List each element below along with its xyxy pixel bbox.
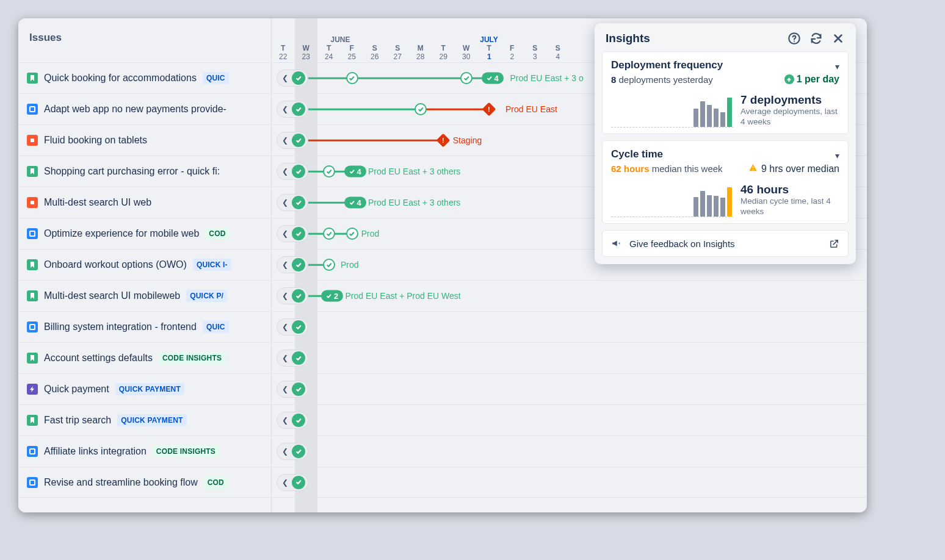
chevron-down-icon[interactable]: ▾: [835, 148, 839, 160]
deploy-count-lozenge[interactable]: 4: [344, 197, 366, 209]
epic-lozenge[interactable]: COD: [205, 228, 229, 240]
scroll-left-pill[interactable]: ❮: [277, 350, 308, 367]
warning-icon: [748, 163, 758, 174]
chart-bar: [714, 196, 719, 217]
issue-row[interactable]: Adapt web app no new payments provide-: [18, 93, 271, 124]
deploy-count-lozenge[interactable]: 4: [482, 73, 504, 84]
scroll-left-pill[interactable]: ❮: [277, 412, 308, 429]
feedback-link[interactable]: Give feedback on Insights: [602, 230, 849, 257]
epic-lozenge[interactable]: QUICK PAYMENT: [115, 383, 184, 395]
epic-lozenge[interactable]: CODE INSIGHTS: [159, 352, 225, 364]
chart-bar: [693, 109, 698, 127]
cycle-time-card[interactable]: Cycle time ▾ 62 hours median this week 9…: [602, 140, 849, 224]
issue-title: Adapt web app no new payments provide-: [44, 104, 226, 115]
issue-type-icon: [27, 135, 38, 146]
chevron-left-icon: ❮: [282, 354, 288, 362]
chevron-down-icon[interactable]: ▾: [835, 59, 839, 71]
refresh-icon[interactable]: [809, 32, 823, 45]
close-icon[interactable]: [831, 32, 845, 45]
deployment-frequency-card[interactable]: Deployment frequency ▾ 8 deployments yes…: [602, 51, 849, 134]
epic-lozenge[interactable]: COD: [204, 476, 228, 489]
scroll-left-pill[interactable]: ❮: [277, 163, 308, 180]
issue-type-icon: [27, 415, 38, 426]
scroll-left-pill[interactable]: ❮: [277, 318, 308, 336]
scroll-left-pill[interactable]: ❮: [277, 132, 308, 149]
scroll-left-pill[interactable]: ❮: [277, 70, 308, 87]
timeline-row: ❮: [272, 342, 867, 373]
issue-row[interactable]: Fluid booking on tablets: [18, 124, 271, 156]
scroll-left-pill[interactable]: ❮: [277, 256, 308, 273]
issue-row[interactable]: Revise and streamline booking flow COD: [18, 467, 271, 498]
issue-row[interactable]: Onboard workout options (OWO) QUICK I-: [18, 249, 271, 280]
epic-lozenge[interactable]: CODE INSIGHTS: [153, 445, 219, 458]
epic-lozenge[interactable]: QUIC: [203, 72, 229, 84]
epic-lozenge[interactable]: QUICK P/: [186, 290, 227, 302]
scroll-left-pill[interactable]: ❮: [277, 225, 308, 242]
deploy-marker[interactable]: [415, 103, 427, 115]
issue-row[interactable]: Optimize experience for mobile web COD: [18, 218, 271, 249]
deploy-success-icon: [292, 102, 305, 116]
day-cell[interactable]: S27: [386, 44, 410, 61]
day-cell[interactable]: S4: [546, 44, 570, 61]
deploy-marker[interactable]: [323, 228, 335, 240]
day-cell[interactable]: S3: [524, 44, 547, 61]
issue-type-icon: [27, 321, 38, 332]
deploy-marker[interactable]: [323, 165, 335, 178]
issue-row[interactable]: Account settings defaults CODE INSIGHTS: [18, 342, 271, 373]
day-cell[interactable]: M28: [409, 44, 432, 61]
issue-row[interactable]: Fast trip search QUICK PAYMENT: [18, 404, 271, 436]
day-cell[interactable]: F2: [501, 44, 524, 61]
epic-lozenge[interactable]: QUIC: [203, 321, 229, 333]
scroll-left-pill[interactable]: ❮: [277, 194, 308, 211]
deploy-fail-marker[interactable]: [482, 102, 496, 117]
timeline-segment: [420, 109, 489, 110]
issue-row[interactable]: Affiliate links integration CODE INSIGHT…: [18, 436, 271, 467]
environment-label: Prod: [341, 260, 359, 270]
deploy-fail-marker[interactable]: [436, 134, 450, 148]
day-cell[interactable]: T1: [478, 44, 501, 61]
timeline-row: ❮: [272, 467, 867, 498]
deploy-count-lozenge[interactable]: 2: [321, 290, 343, 302]
insights-panel: Insights Deployment frequency ▾: [595, 23, 856, 264]
issue-row[interactable]: Quick booking for accommodations QUIC: [18, 62, 271, 93]
deploy-count-lozenge[interactable]: 4: [344, 166, 366, 178]
scroll-left-pill[interactable]: ❮: [277, 443, 308, 460]
timeline-row: ❮: [272, 404, 867, 436]
external-link-icon: [829, 239, 839, 249]
cycle-mini-chart: [611, 183, 733, 217]
scroll-left-pill[interactable]: ❮: [277, 381, 308, 398]
scroll-left-pill[interactable]: ❮: [277, 101, 308, 118]
svg-rect-9: [753, 167, 753, 169]
day-cell[interactable]: F25: [341, 44, 364, 61]
day-cell[interactable]: T22: [272, 44, 295, 61]
day-cell[interactable]: S26: [363, 44, 386, 61]
svg-rect-0: [30, 107, 35, 112]
deploy-marker[interactable]: [346, 228, 358, 240]
issue-type-icon: [27, 197, 38, 208]
epic-lozenge[interactable]: QUICK I-: [193, 259, 231, 271]
deploy-success-icon: [292, 476, 305, 489]
deploy-success-icon: [292, 445, 305, 458]
epic-lozenge[interactable]: QUICK PAYMENT: [117, 414, 186, 426]
chevron-left-icon: ❮: [282, 199, 288, 206]
svg-rect-3: [30, 231, 35, 236]
day-cell[interactable]: T29: [432, 44, 455, 61]
help-icon[interactable]: [788, 32, 801, 45]
issue-row[interactable]: Quick payment QUICK PAYMENT: [18, 373, 271, 404]
deploy-marker[interactable]: [323, 259, 335, 271]
deploy-marker[interactable]: [346, 72, 358, 84]
issue-row[interactable]: Multi-dest search UI mobileweb QUICK P/: [18, 280, 271, 311]
issue-row[interactable]: Shopping cart purchasing error - quick f…: [18, 156, 271, 187]
scroll-left-pill[interactable]: ❮: [277, 474, 308, 491]
day-cell[interactable]: T24: [317, 44, 341, 61]
deployment-mini-chart: [611, 93, 733, 127]
app-window: Issues Quick booking for accommodations …: [18, 18, 867, 512]
scroll-left-pill[interactable]: ❮: [277, 287, 308, 304]
day-cell[interactable]: W30: [455, 44, 478, 61]
deploy-marker[interactable]: [460, 72, 472, 84]
chart-bar: [727, 187, 732, 217]
card-sub: 8 deployments yesterday: [611, 74, 713, 85]
issue-row[interactable]: Multi-dest search UI web: [18, 187, 271, 218]
issue-row[interactable]: Billing system integration - frontend QU…: [18, 311, 271, 342]
chart-caption: Average deployments, last 4 weeks: [740, 107, 839, 127]
